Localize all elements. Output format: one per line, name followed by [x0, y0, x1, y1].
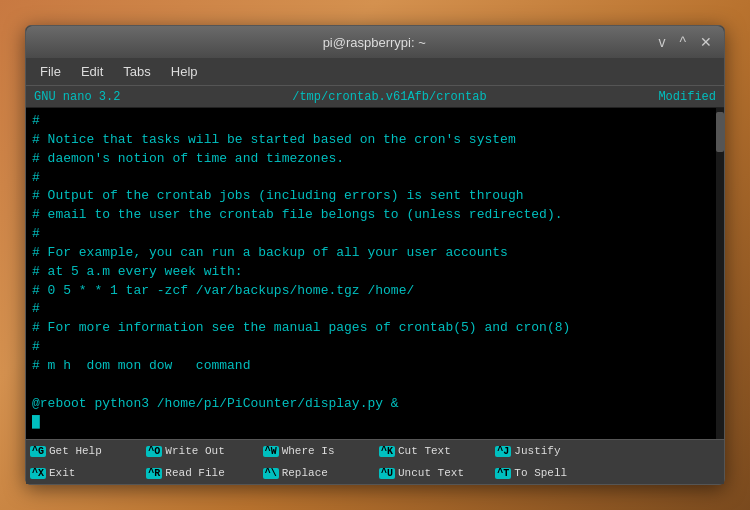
shortcut-key-get-help: ^G [30, 446, 46, 457]
shortcut-label-replace: Replace [282, 467, 328, 479]
shortcut-get-help[interactable]: ^G Get Help [26, 440, 142, 462]
nano-modified-label: Modified [658, 90, 716, 104]
menu-file[interactable]: File [32, 61, 69, 82]
shortcut-label-cut-text: Cut Text [398, 445, 451, 457]
shortcut-key-read-file: ^R [146, 468, 162, 479]
scrollbar-thumb[interactable] [716, 112, 724, 152]
shortcut-write-out[interactable]: ^O Write Out [142, 440, 258, 462]
window-title: pi@raspberrypi: ~ [94, 35, 654, 50]
shortcut-key-cut-text: ^K [379, 446, 395, 457]
title-bar: pi@raspberrypi: ~ v ^ ✕ [26, 26, 724, 58]
shortcut-key-justify: ^J [495, 446, 511, 457]
shortcut-empty-2 [608, 462, 724, 484]
shortcut-key-write-out: ^O [146, 446, 162, 457]
shortcut-key-to-spell: ^T [495, 468, 511, 479]
shortcut-label-justify: Justify [514, 445, 560, 457]
window-controls[interactable]: v ^ ✕ [654, 32, 716, 52]
nano-version: GNU nano 3.2 [34, 90, 120, 104]
menu-tabs[interactable]: Tabs [115, 61, 158, 82]
shortcut-key-where-is: ^W [263, 446, 279, 457]
minimize-icon[interactable]: v [654, 32, 669, 52]
shortcut-cut-text[interactable]: ^K Cut Text [375, 440, 491, 462]
shortcut-key-exit: ^X [30, 468, 46, 479]
menu-help[interactable]: Help [163, 61, 206, 82]
shortcut-where-is[interactable]: ^W Where Is [259, 440, 375, 462]
shortcut-empty-1 [608, 440, 724, 462]
shortcut-to-spell[interactable]: ^T To Spell [491, 462, 607, 484]
menu-edit[interactable]: Edit [73, 61, 111, 82]
scrollbar[interactable] [716, 108, 724, 439]
terminal-window: pi@raspberrypi: ~ v ^ ✕ File Edit Tabs H… [25, 25, 725, 485]
shortcut-label-to-spell: To Spell [514, 467, 567, 479]
shortcut-exit[interactable]: ^X Exit [26, 462, 142, 484]
shortcut-justify[interactable]: ^J Justify [491, 440, 607, 462]
shortcut-label-where-is: Where Is [282, 445, 335, 457]
shortcut-uncut-text[interactable]: ^U Uncut Text [375, 462, 491, 484]
shortcut-label-uncut-text: Uncut Text [398, 467, 464, 479]
shortcut-label-get-help: Get Help [49, 445, 102, 457]
shortcut-label-exit: Exit [49, 467, 75, 479]
close-icon[interactable]: ✕ [696, 32, 716, 52]
maximize-icon[interactable]: ^ [675, 32, 690, 52]
menu-bar: File Edit Tabs Help [26, 58, 724, 86]
shortcut-replace[interactable]: ^\ Replace [259, 462, 375, 484]
shortcut-key-replace: ^\ [263, 468, 279, 479]
editor-content: # # Notice that tasks will be started ba… [32, 112, 718, 432]
editor-area[interactable]: # # Notice that tasks will be started ba… [26, 108, 724, 439]
nano-status-bar: GNU nano 3.2 /tmp/crontab.v61Afb/crontab… [26, 86, 724, 108]
shortcut-label-write-out: Write Out [165, 445, 224, 457]
shortcut-label-read-file: Read File [165, 467, 224, 479]
nano-filename: /tmp/crontab.v61Afb/crontab [120, 90, 658, 104]
shortcut-read-file[interactable]: ^R Read File [142, 462, 258, 484]
shortcut-key-uncut-text: ^U [379, 468, 395, 479]
shortcut-bar: ^G Get Help ^O Write Out ^W Where Is ^K … [26, 439, 724, 484]
